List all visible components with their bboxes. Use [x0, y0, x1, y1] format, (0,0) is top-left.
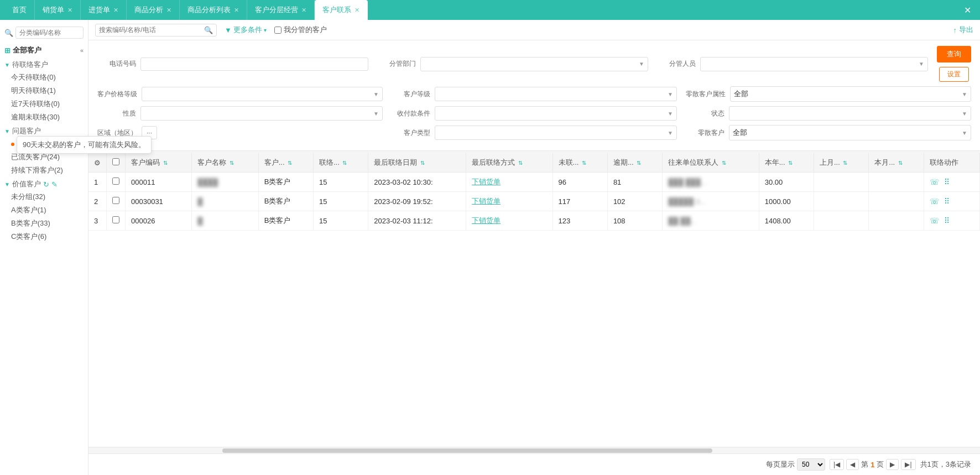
col-last-month[interactable]: 上月... ⇅ — [814, 153, 868, 173]
field-scattered-attr-select[interactable]: 全部 ▼ — [730, 86, 971, 102]
row-last-method[interactable]: 下销货单 — [466, 173, 552, 192]
field-dept-select[interactable]: ▼ — [420, 57, 648, 71]
tab-analysis-list[interactable]: 商品分析列表 ✕ — [180, 0, 247, 20]
churn-tooltip: 90天未交易的客户，可能有流失风险。 — [17, 136, 152, 154]
contact-action-icon[interactable]: ☏ — [930, 216, 940, 225]
tab-sales[interactable]: 销货单 ✕ — [35, 0, 81, 20]
last-page-button[interactable]: ▶| — [901, 459, 915, 470]
field-manager: 分管人员 ▼ — [657, 57, 928, 71]
tab-customer-contact-close[interactable]: ✕ — [355, 7, 359, 14]
col-code[interactable]: 客户编码 ⇅ — [126, 153, 192, 173]
row-contact-count: 15 — [314, 173, 368, 192]
export-button[interactable]: ↑ 导出 — [953, 25, 974, 35]
field-payment-label: 收付款条件 — [392, 109, 430, 118]
more-action-icon[interactable]: ⠿ — [944, 178, 950, 186]
sidebar-item-tomorrow[interactable]: 明天待联络(1) — [0, 84, 88, 97]
contact-action-icon[interactable]: ☏ — [930, 178, 940, 186]
sidebar-search-wrap: 🔍 — [0, 24, 88, 41]
col-settings[interactable]: ⚙ — [88, 153, 107, 173]
row-overdue: 108 — [607, 211, 662, 231]
prev-page-button[interactable]: ◀ — [846, 459, 859, 470]
field-price-level-select[interactable]: ▼ — [142, 87, 383, 101]
tab-purchase-close[interactable]: ✕ — [113, 7, 118, 14]
sidebar-section-pending[interactable]: ▼ 待联络客户 — [0, 58, 88, 71]
select-all-checkbox[interactable] — [112, 158, 119, 165]
field-phone-input[interactable] — [140, 58, 368, 71]
price-level-arrow-icon: ▼ — [373, 91, 379, 97]
filter-search-input[interactable] — [99, 26, 204, 34]
field-customer-type-select[interactable]: ▼ — [435, 126, 677, 140]
col-not-contact[interactable]: 未联... ⇅ — [552, 153, 607, 173]
filter-row-2: 客户价格等级 ▼ 客户等级 ▼ 零散客户属性 全部 — [97, 86, 971, 102]
filter-row-3: 性质 ▼ 收付款条件 ▼ 状态 — [97, 106, 971, 121]
more-action-icon[interactable]: ⠿ — [944, 197, 950, 206]
field-scattered-customer: 零散客户 全部 ▼ — [686, 125, 971, 140]
more-action-icon[interactable]: ⠿ — [944, 216, 950, 225]
tab-sales-close[interactable]: ✕ — [67, 7, 72, 14]
row-checkbox[interactable] — [107, 211, 126, 231]
sidebar-item-a-class[interactable]: A类客户(1) — [0, 203, 88, 217]
scrollbar-thumb[interactable] — [222, 448, 713, 453]
sidebar-item-declining[interactable]: 持续下滑客户(2) — [0, 164, 88, 177]
contact-action-icon[interactable]: ☏ — [930, 197, 940, 206]
field-customer-level: 客户等级 ▼ — [392, 87, 677, 101]
row-last-method[interactable]: 下销货单 — [466, 211, 552, 231]
col-contact-person[interactable]: 往来单位联系人 ⇅ — [663, 153, 759, 173]
field-status-select[interactable]: ▼ — [729, 106, 971, 121]
query-button[interactable]: 查询 — [937, 46, 971, 62]
col-type[interactable]: 客户... ⇅ — [258, 153, 313, 173]
row-checkbox[interactable] — [107, 173, 126, 192]
refresh-icon[interactable]: ↻ — [43, 180, 49, 189]
row-last-method[interactable]: 下销货单 — [466, 192, 552, 211]
page-size-select[interactable]: 50 100 200 — [797, 458, 825, 471]
tab-analysis-list-close[interactable]: ✕ — [234, 7, 239, 14]
first-page-button[interactable]: |◀ — [830, 459, 844, 470]
edit-icon[interactable]: ✎ — [51, 180, 58, 189]
tab-customer-contact[interactable]: 客户联系 ✕ — [315, 0, 368, 20]
col-last-method[interactable]: 最后联络方式 ⇅ — [466, 153, 552, 173]
field-customer-level-select[interactable]: ▼ — [435, 87, 677, 101]
sidebar-item-7days[interactable]: 近7天待联络(0) — [0, 97, 88, 111]
filter-search-icon[interactable]: 🔍 — [204, 26, 213, 34]
page-nav: |◀ ◀ 第 1 页 ▶ ▶| — [830, 459, 915, 470]
tab-customer-tier[interactable]: 客户分层经营 ✕ — [247, 0, 315, 20]
more-conditions-button[interactable]: ▼ 更多条件 ▾ — [221, 23, 270, 36]
col-overdue[interactable]: 逾期... ⇅ — [607, 153, 662, 173]
my-customer-checkbox[interactable] — [274, 27, 282, 34]
sidebar-item-overdue[interactable]: 逾期未联络(30) — [0, 111, 88, 124]
horizontal-scrollbar[interactable] — [88, 447, 980, 453]
tab-home[interactable]: 首页 — [4, 0, 35, 20]
tab-purchase[interactable]: 进货单 ✕ — [81, 0, 127, 20]
row-checkbox[interactable] — [107, 192, 126, 211]
col-name[interactable]: 客户名称 ⇅ — [192, 153, 258, 173]
sidebar-search-input[interactable] — [15, 27, 84, 39]
col-last-date[interactable]: 最后联络日期 ⇅ — [368, 153, 466, 173]
field-scattered-customer-select[interactable]: 全部 ▼ — [729, 125, 971, 140]
sidebar-section-problem[interactable]: ▼ 问题客户 — [0, 124, 88, 137]
sidebar-section-value[interactable]: ▼ 价值客户 ↻ ✎ — [0, 177, 88, 190]
tab-analysis[interactable]: 商品分析 ✕ — [127, 0, 180, 20]
next-page-button[interactable]: ▶ — [886, 459, 899, 470]
sidebar-item-today[interactable]: 今天待联络(0) — [0, 71, 88, 84]
sidebar-item-b-class[interactable]: B类客户(33) — [0, 217, 88, 230]
col-this-month[interactable]: 本月... ⇅ — [869, 153, 924, 173]
field-phone-label: 电话号码 — [97, 59, 136, 69]
tab-customer-tier-close[interactable]: ✕ — [301, 7, 306, 14]
col-contact-count[interactable]: 联络... ⇅ — [314, 153, 368, 173]
settings-button[interactable]: 设置 — [939, 67, 969, 82]
sidebar-item-unclassified[interactable]: 未分组(32) — [0, 190, 88, 203]
tab-analysis-close[interactable]: ✕ — [166, 7, 171, 14]
window-close-icon[interactable]: ✕ — [960, 5, 976, 15]
field-manager-select[interactable]: ▼ — [700, 57, 928, 71]
sort-icon-this-year: ⇅ — [788, 160, 793, 166]
sidebar-all-customers[interactable]: ⊞ 全部客户 « — [0, 43, 88, 58]
my-customer-checkbox-wrap[interactable]: 我分管的客户 — [274, 25, 327, 35]
col-this-year[interactable]: 本年... ⇅ — [759, 153, 814, 173]
field-price-level: 客户价格等级 ▼ — [97, 87, 383, 101]
field-nature-select[interactable]: ▼ — [140, 106, 383, 121]
field-payment-select[interactable]: ▼ — [435, 106, 677, 121]
scattered-attr-arrow-icon: ▼ — [962, 91, 967, 97]
field-nature-label: 性质 — [97, 109, 136, 118]
sidebar-item-c-class[interactable]: C类客户(6) — [0, 230, 88, 243]
sort-icon-contact-person: ⇅ — [722, 160, 726, 166]
